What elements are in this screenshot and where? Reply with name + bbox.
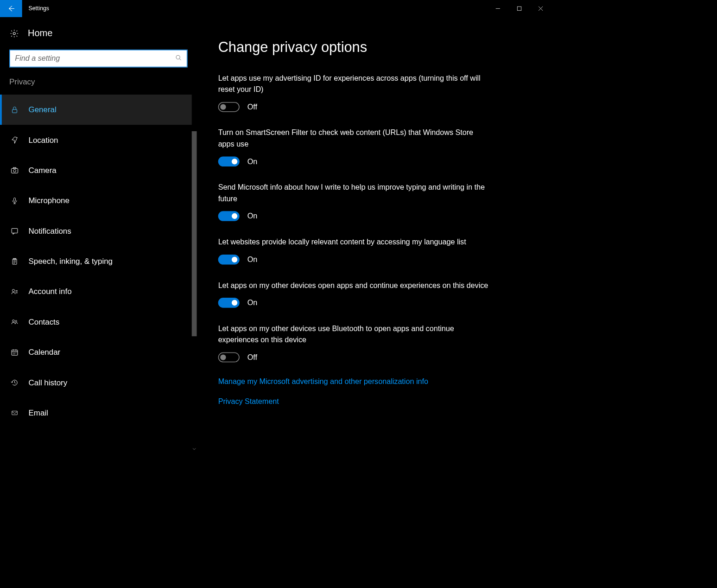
gear-icon — [9, 29, 19, 38]
sidebar-item-callhistory[interactable]: Call history — [0, 367, 192, 397]
setting-description: Send Microsoft info about how I write to… — [218, 181, 489, 204]
setting-block: Let apps on my other devices open apps a… — [218, 280, 489, 308]
page-heading: Change privacy options — [218, 39, 530, 56]
sidebar-item-email[interactable]: Email — [0, 397, 192, 428]
setting-block: Let websites provide locally relevant co… — [218, 236, 489, 264]
toggle-knob — [232, 300, 237, 306]
sidebar-item-calendar[interactable]: Calendar — [0, 337, 192, 367]
svg-rect-4 — [11, 168, 18, 173]
email-icon — [10, 409, 19, 416]
sidebar-item-label: Microphone — [29, 196, 70, 205]
sidebar-item-label: General — [29, 105, 57, 114]
scroll-down-arrow[interactable] — [192, 446, 197, 452]
window-title: Settings — [29, 6, 49, 12]
setting-block: Let apps on my other devices use Bluetoo… — [218, 323, 489, 362]
lock-icon — [10, 106, 19, 114]
setting-description: Let websites provide locally relevant co… — [218, 236, 489, 247]
notification-icon — [10, 227, 19, 235]
sidebar-item-speech[interactable]: Speech, inking, & typing — [0, 246, 192, 276]
content-link[interactable]: Manage my Microsoft advertising and othe… — [218, 377, 530, 386]
account-icon — [10, 288, 19, 295]
sidebar-item-label: Speech, inking, & typing — [29, 256, 113, 266]
toggle-state-label: Off — [247, 353, 257, 361]
sidebar-item-camera[interactable]: Camera — [0, 155, 192, 185]
sidebar-item-label: Notifications — [29, 226, 71, 236]
svg-rect-7 — [14, 198, 16, 201]
search-input[interactable] — [15, 54, 175, 63]
sidebar-item-label: Camera — [29, 166, 57, 175]
toggle-knob — [220, 104, 226, 110]
camera-icon — [10, 166, 19, 174]
scrollbar[interactable] — [192, 131, 197, 452]
minimize-button[interactable] — [487, 0, 508, 17]
close-button[interactable] — [530, 0, 552, 17]
toggle-state-label: Off — [247, 102, 257, 111]
svg-rect-3 — [13, 109, 17, 113]
toggle-switch[interactable] — [218, 352, 240, 363]
sidebar-item-notifications[interactable]: Notifications — [0, 216, 192, 246]
svg-rect-15 — [12, 411, 18, 415]
sidebar-item-label: Call history — [29, 378, 68, 387]
setting-description: Let apps on my other devices open apps a… — [218, 280, 489, 291]
toggle-switch[interactable] — [218, 157, 240, 167]
toggle-switch[interactable] — [218, 255, 240, 265]
content-link[interactable]: Privacy Statement — [218, 397, 530, 406]
svg-rect-8 — [12, 228, 18, 233]
toggle-knob — [232, 213, 237, 219]
svg-point-2 — [176, 55, 180, 59]
toggle-knob — [220, 354, 226, 360]
search-box[interactable] — [9, 50, 188, 67]
microphone-icon — [10, 196, 19, 205]
sidebar-item-label: Email — [29, 408, 48, 417]
setting-block: Turn on SmartScreen Filter to check web … — [218, 127, 489, 166]
svg-rect-14 — [12, 350, 18, 355]
search-icon — [175, 55, 182, 63]
svg-point-11 — [12, 289, 14, 292]
home-label: Home — [28, 28, 52, 39]
setting-description: Turn on SmartScreen Filter to check web … — [218, 127, 489, 149]
sidebar-item-general[interactable]: General — [0, 95, 192, 125]
chevron-down-icon — [192, 448, 196, 450]
content-pane: Change privacy options Let apps use my a… — [197, 17, 551, 452]
svg-rect-0 — [517, 6, 521, 10]
titlebar: Settings — [0, 0, 552, 17]
svg-point-12 — [13, 320, 14, 321]
svg-point-5 — [13, 169, 16, 172]
minimize-icon — [495, 6, 501, 11]
scrollbar-thumb[interactable] — [192, 131, 197, 336]
toggle-switch[interactable] — [218, 102, 240, 112]
calendar-icon — [10, 348, 19, 356]
svg-point-1 — [13, 32, 15, 34]
setting-description: Let apps on my other devices use Bluetoo… — [218, 323, 489, 345]
setting-block: Let apps use my advertising ID for exper… — [218, 72, 489, 112]
toggle-knob — [232, 256, 237, 262]
back-button[interactable] — [0, 0, 22, 17]
sidebar-item-microphone[interactable]: Microphone — [0, 185, 192, 216]
history-icon — [10, 378, 19, 386]
sidebar-nav: GeneralLocationCameraMicrophoneNotificat… — [0, 95, 197, 452]
arrow-left-icon — [7, 5, 15, 13]
maximize-button[interactable] — [508, 0, 530, 17]
home-nav[interactable]: Home — [0, 17, 197, 50]
toggle-state-label: On — [247, 157, 258, 166]
sidebar-item-label: Calendar — [29, 347, 61, 357]
svg-point-13 — [15, 320, 17, 321]
sidebar-item-contacts[interactable]: Contacts — [0, 307, 192, 337]
toggle-state-label: On — [247, 212, 258, 220]
toggle-knob — [232, 159, 237, 164]
section-label: Privacy — [0, 77, 197, 95]
sidebar: Home Privacy GeneralLocationCameraMicrop… — [0, 17, 197, 452]
sidebar-item-label: Account info — [29, 287, 72, 296]
sidebar-item-account[interactable]: Account info — [0, 276, 192, 307]
svg-rect-6 — [13, 167, 16, 168]
toggle-switch[interactable] — [218, 211, 240, 221]
contacts-icon — [10, 318, 19, 325]
setting-block: Send Microsoft info about how I write to… — [218, 181, 489, 221]
sidebar-item-location[interactable]: Location — [0, 125, 192, 155]
sidebar-item-label: Contacts — [29, 317, 60, 326]
location-icon — [10, 136, 19, 144]
toggle-switch[interactable] — [218, 298, 240, 308]
setting-description: Let apps use my advertising ID for exper… — [218, 72, 489, 95]
toggle-state-label: On — [247, 299, 258, 307]
clipboard-icon — [10, 257, 19, 265]
